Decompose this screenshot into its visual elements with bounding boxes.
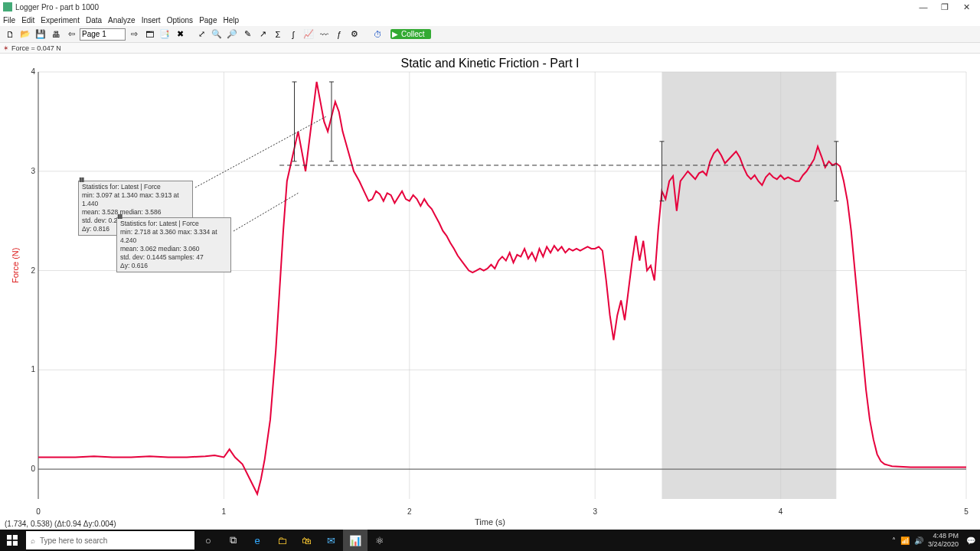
zoom-out-icon[interactable]: 🔎 [225,28,239,41]
prev-page-icon[interactable]: ⇦ [64,28,78,41]
xtick: 3 [593,507,597,516]
data-collection-icon[interactable]: ⏱ [371,28,384,41]
xtick: 5 [964,507,969,516]
windows-icon [7,535,18,546]
menu-page[interactable]: Page [199,16,217,24]
model-icon[interactable]: ƒ [332,28,346,41]
app-icon [3,2,12,11]
cortana-icon[interactable]: ○ [196,530,220,551]
close-button[interactable]: ✕ [956,0,977,14]
xtick: 2 [407,507,412,516]
menu-data[interactable]: Data [86,16,102,24]
system-tray: ˄ 📶 🔊 4:48 PM 3/24/2020 💬 [887,532,980,549]
volume-icon[interactable]: 🔊 [914,536,923,545]
menu-help[interactable]: Help [223,16,239,24]
mail-icon[interactable]: ✉ [318,530,343,551]
ytick: 3 [26,167,35,175]
toolbar: 🗋 📂 💾 🖶 ⇦ ⇨ 🗔 📑 ✖ ⤢ 🔍 🔎 ✎ ↗ Σ ∫ 📈 〰 ƒ ⚙ … [0,26,980,43]
grip-icon[interactable]: ▮▮ [117,212,122,220]
clock-time: 4:48 PM [928,532,959,540]
menu-analyze[interactable]: Analyze [108,16,136,24]
explorer-icon[interactable]: 🗀 [270,530,294,551]
menu-experiment[interactable]: Experiment [41,16,80,24]
zoom-in-icon[interactable]: 🔍 [210,28,224,41]
strikethrough-icon[interactable]: ✖ [173,28,187,41]
next-page-icon[interactable]: ⇨ [127,28,141,41]
autoscale-icon[interactable]: ⤢ [194,28,208,41]
ytick: 0 [26,465,35,473]
app-icon[interactable]: ⚛ [368,530,392,551]
stats-line: min: 3.097 at 1.340 max: 3.913 at 1.440 [82,191,189,208]
tangent-icon[interactable]: ↗ [256,28,270,41]
maximize-button[interactable]: ❐ [934,0,956,14]
curve-fit-icon[interactable]: 〰 [317,28,331,41]
graph-area[interactable]: Static and Kinetic Friction - Part I For… [0,54,980,530]
window-title: Logger Pro - part b 1000 [15,3,913,11]
stats-box-2[interactable]: ▮▮ Statistics for: Latest | Force min: 2… [116,217,231,272]
titlebar: Logger Pro - part b 1000 — ❐ ✕ [0,0,980,14]
notifications-icon[interactable]: 💬 [966,536,975,545]
menubar: File Edit Experiment Data Analyze Insert… [0,14,980,26]
collect-button[interactable]: Collect [390,29,431,39]
stats-line: Δy: 0.616 [120,262,227,270]
xtick: 0 [36,507,41,516]
svg-line-16 [234,193,298,231]
loggerpro-taskbar-icon[interactable]: 📊 [343,530,368,551]
wifi-icon[interactable]: 📶 [900,536,910,545]
stats-line: mean: 3.062 median: 3.060 [120,245,227,253]
store-icon[interactable]: 🛍 [294,530,318,551]
xtick: 4 [779,507,783,516]
edge-icon[interactable]: e [245,530,270,551]
linear-fit-icon[interactable]: 📈 [302,28,315,41]
stats-icon[interactable]: Σ [271,28,285,41]
graph-options-icon[interactable]: ⚙ [348,28,361,41]
taskbar: ⌕ Type here to search ○ ⧉ e 🗀 🛍 ✉ 📊 ⚛ ˄ … [0,530,980,551]
minimize-button[interactable]: — [913,0,934,14]
coord-readout: (1.734, 0.538) (Δt:0.94 Δy:0.004) [5,520,116,528]
stats-line: Statistics for: Latest | Force [82,183,189,191]
svg-rect-19 [7,541,11,546]
stats-line: Statistics for: Latest | Force [120,220,227,228]
ytick: 4 [26,67,35,76]
svg-rect-18 [13,535,18,540]
grip-icon[interactable]: ▮▮ [79,175,83,184]
search-icon: ⌕ [31,536,35,545]
taskview-icon[interactable]: ⧉ [220,530,245,551]
menu-file[interactable]: File [3,16,15,24]
open-icon[interactable]: 📂 [18,28,32,41]
start-button[interactable] [0,530,24,551]
svg-rect-20 [13,541,18,546]
menu-insert[interactable]: Insert [142,16,161,24]
page-select[interactable] [80,28,126,41]
svg-rect-0 [662,72,836,499]
ytick: 1 [26,365,35,373]
stats-line: mean: 3.528 median: 3.586 [82,208,189,217]
sensor-status: Force = 0.047 N [0,43,980,54]
ytick: 2 [26,266,35,275]
clock-date: 3/24/2020 [928,540,959,549]
stats-line: min: 2.718 at 3.360 max: 3.334 at 4.240 [120,228,227,245]
new-icon[interactable]: 🗋 [3,28,17,41]
stats-line: std. dev: 0.1445 samples: 47 [120,253,227,262]
data-browser-icon[interactable]: 🗔 [142,28,156,41]
store-run-icon[interactable]: 📑 [158,28,172,41]
examine-icon[interactable]: ✎ [240,28,254,41]
integral-icon[interactable]: ∫ [286,28,300,41]
tray-up-icon[interactable]: ˄ [892,536,896,545]
menu-options[interactable]: Options [167,16,193,24]
clock[interactable]: 4:48 PM 3/24/2020 [928,532,962,549]
xtick: 1 [222,507,227,516]
search-placeholder: Type here to search [40,536,107,545]
svg-line-15 [195,116,326,187]
search-box[interactable]: ⌕ Type here to search [26,531,194,549]
chart-svg[interactable] [0,54,980,530]
menu-edit[interactable]: Edit [21,16,34,24]
svg-rect-17 [7,535,11,540]
save-icon[interactable]: 💾 [34,28,47,41]
print-icon[interactable]: 🖶 [49,28,63,41]
